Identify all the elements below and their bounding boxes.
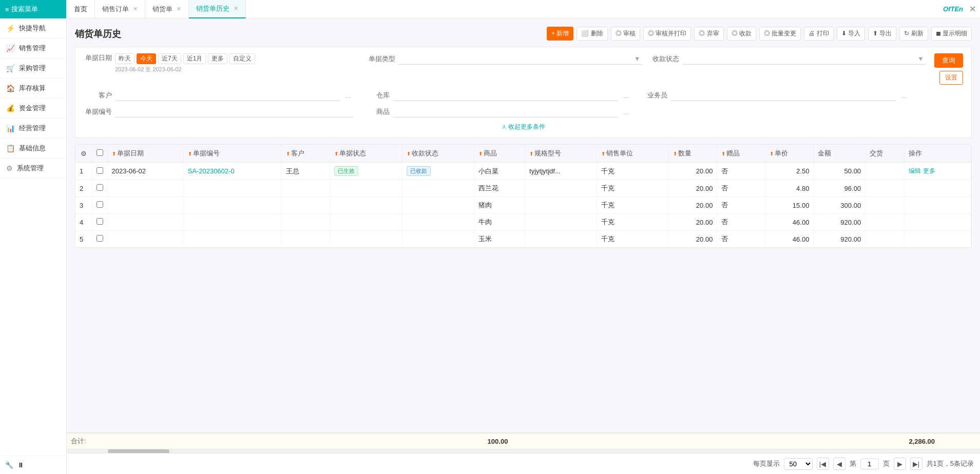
sidebar-item-basic-info[interactable]: 📋 基础信息: [0, 139, 66, 159]
doc-no-input[interactable]: [115, 106, 353, 117]
row-doc-no[interactable]: SA-20230602-0: [183, 163, 282, 180]
row-select-checkbox[interactable]: [97, 184, 103, 191]
sidebar-item-quick-nav[interactable]: ⚡ 快捷导航: [0, 18, 66, 38]
date-btn-yesterday[interactable]: 昨天: [115, 53, 134, 64]
settings-button[interactable]: 设置: [939, 71, 963, 85]
warehouse-dots[interactable]: ...: [621, 92, 631, 100]
goods-dots[interactable]: ...: [621, 108, 631, 116]
row-checkbox[interactable]: [92, 197, 107, 214]
row-doc-no[interactable]: [183, 197, 282, 214]
th-gift[interactable]: ⬆赠品: [717, 145, 765, 163]
staff-input[interactable]: [670, 90, 896, 101]
th-unit[interactable]: ⬆销售单位: [597, 145, 669, 163]
abandon-button[interactable]: ◎ 弃审: [694, 27, 723, 41]
sidebar-item-purchase-mgmt[interactable]: 🛒 采购管理: [0, 58, 66, 78]
last-page-btn[interactable]: ▶|: [910, 458, 923, 470]
th-qty[interactable]: ⬆数量: [669, 145, 717, 163]
th-goods[interactable]: ⬆商品: [474, 145, 525, 163]
close-window-btn[interactable]: ✕: [969, 4, 976, 14]
doc-no-link[interactable]: SA-20230602-0: [188, 167, 235, 175]
query-button[interactable]: 查询: [934, 53, 963, 68]
select-all-checkbox[interactable]: [97, 149, 103, 156]
th-customer[interactable]: ⬆客户: [282, 145, 330, 163]
close-tab-sales-delivery[interactable]: ✕: [177, 6, 181, 12]
sidebar-item-sys-mgmt[interactable]: ⚙ 系统管理: [0, 159, 66, 179]
close-tab-sales-history[interactable]: ✕: [234, 5, 238, 12]
row-select-checkbox[interactable]: [97, 167, 103, 174]
th-price[interactable]: ⬆单价: [765, 145, 814, 163]
warehouse-input[interactable]: [393, 90, 618, 101]
collect-button[interactable]: ◎ 收款: [727, 27, 756, 41]
sidebar-item-fund-mgmt[interactable]: 💰 资金管理: [0, 98, 66, 118]
sidebar-item-sales-mgmt[interactable]: 📈 销售管理: [0, 38, 66, 58]
row-actions[interactable]: [905, 231, 971, 248]
sidebar-footer-icon2[interactable]: ⏸: [17, 461, 24, 469]
row-actions[interactable]: [905, 214, 971, 231]
row-doc-no[interactable]: [183, 231, 282, 248]
row-checkbox[interactable]: [92, 163, 107, 180]
page-size-select[interactable]: 50 100 200: [784, 458, 813, 470]
print-button[interactable]: 🖨 打印: [804, 27, 833, 41]
action-编辑[interactable]: 编辑: [909, 167, 921, 174]
th-collect-status[interactable]: ⬆收款状态: [402, 145, 474, 163]
row-select-checkbox[interactable]: [97, 235, 103, 242]
tab-sales-delivery[interactable]: 销货单 ✕: [145, 0, 189, 18]
customer-dots[interactable]: ...: [343, 92, 353, 100]
table-row: 2西兰花千克20.00否4.8096.00: [75, 180, 971, 197]
row-select-checkbox[interactable]: [97, 218, 103, 225]
th-doc-status[interactable]: ⬆单据状态: [330, 145, 402, 163]
row-goods: 西兰花: [474, 180, 525, 197]
date-btn-today[interactable]: 今天: [137, 53, 156, 64]
import-button[interactable]: ⬇ 导入: [837, 27, 865, 41]
new-button[interactable]: + 新增: [547, 27, 573, 41]
delete-button[interactable]: ⬜ 删除: [577, 27, 607, 41]
close-tab-sales-order[interactable]: ✕: [133, 6, 138, 12]
display-detail-button[interactable]: ◼ 显示明细: [931, 27, 972, 41]
date-btn-custom[interactable]: 自定义: [229, 53, 255, 64]
sys-mgmt-icon: ⚙: [6, 164, 13, 172]
sidebar-item-inventory-calc[interactable]: 🏠 库存核算: [0, 78, 66, 98]
row-doc-no[interactable]: [183, 214, 282, 231]
sidebar-header: ≡ 搜索菜单: [0, 0, 66, 18]
table-header-row: ⚙ ⬆单据日期 ⬆单据编号 ⬆客户 ⬆单据状态 ⬆收款状态 ⬆商品 ⬆规格型号 …: [75, 145, 971, 163]
table-scrollbar[interactable]: [67, 449, 980, 453]
row-checkbox[interactable]: [92, 180, 107, 197]
batch-change-button[interactable]: ◎ 批量变更: [759, 27, 801, 41]
sidebar-search-label[interactable]: 搜索菜单: [11, 5, 38, 14]
customer-input[interactable]: [115, 90, 340, 101]
date-btn-1month[interactable]: 近1月: [183, 53, 206, 64]
goods-input[interactable]: [393, 106, 618, 117]
export-button[interactable]: ⬆ 导出: [868, 27, 896, 41]
row-doc-no[interactable]: [183, 180, 282, 197]
next-page-btn[interactable]: ▶: [894, 458, 906, 470]
tab-sales-history[interactable]: 销货单历史 ✕: [189, 0, 246, 18]
row-actions[interactable]: [905, 197, 971, 214]
audit-button[interactable]: ◎ 审核: [611, 27, 640, 41]
action-更多[interactable]: 更多: [923, 167, 935, 174]
summary-row: 合计: 100.00 2,286.00: [67, 432, 980, 449]
sidebar-footer-icon1[interactable]: 🔧: [5, 461, 13, 469]
prev-page-btn[interactable]: ◀: [833, 458, 846, 470]
tab-home[interactable]: 首页: [67, 0, 95, 18]
row-checkbox[interactable]: [92, 231, 107, 248]
refresh-button[interactable]: ↻ 刷新: [899, 27, 928, 41]
page-number-input[interactable]: [860, 459, 879, 469]
sidebar-item-biz-mgmt[interactable]: 📊 经营管理: [0, 118, 66, 139]
doc-type-select[interactable]: ▼: [398, 53, 642, 65]
collect-status-select[interactable]: ▼: [682, 53, 926, 65]
row-select-checkbox[interactable]: [97, 201, 103, 208]
row-actions[interactable]: [905, 180, 971, 197]
th-date[interactable]: ⬆单据日期: [107, 145, 183, 163]
staff-dots[interactable]: ...: [899, 92, 909, 100]
th-spec[interactable]: ⬆规格型号: [525, 145, 597, 163]
th-doc-no[interactable]: ⬆单据编号: [183, 145, 282, 163]
th-settings[interactable]: ⚙: [75, 145, 92, 163]
date-btn-more[interactable]: 更多: [208, 53, 227, 64]
tab-sales-order[interactable]: 销售订单 ✕: [95, 0, 145, 18]
date-btn-7days[interactable]: 近7天: [158, 53, 181, 64]
audit-print-button[interactable]: ◎ 审核并打印: [643, 27, 691, 41]
collapse-btn[interactable]: ∧ 收起更多条件: [502, 123, 545, 131]
row-checkbox[interactable]: [92, 214, 107, 231]
row-actions[interactable]: 编辑更多: [905, 163, 971, 180]
first-page-btn[interactable]: |◀: [817, 458, 829, 470]
